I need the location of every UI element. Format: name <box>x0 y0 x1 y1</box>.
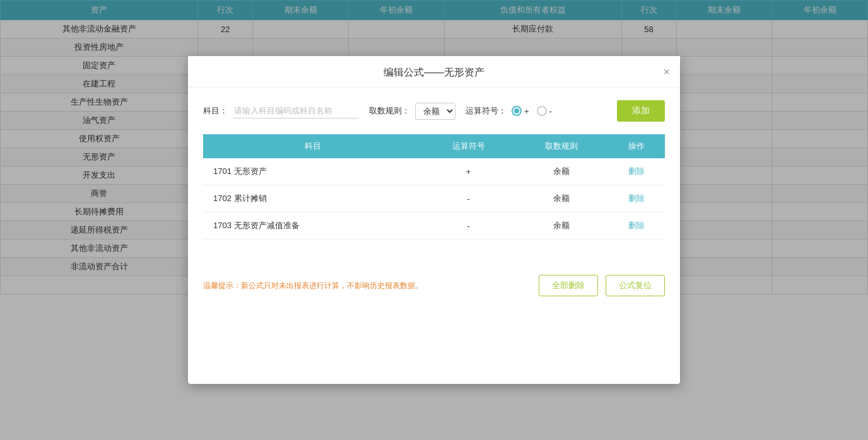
delete-all-button[interactable]: 全部删除 <box>539 275 598 296</box>
rule-select[interactable]: 余额 <box>415 103 455 120</box>
table-row: 1702 累计摊销-余额删除 <box>203 185 665 212</box>
subject-input[interactable] <box>233 103 359 119</box>
reset-button[interactable]: 公式复位 <box>606 275 665 296</box>
radio-minus-circle <box>537 106 547 116</box>
subject-label: 科目： <box>203 105 228 117</box>
radio-plus[interactable]: + <box>512 106 529 116</box>
table-row: 1703 无形资产减值准备-余额删除 <box>203 212 665 240</box>
delete-link[interactable]: 删除 <box>628 166 645 176</box>
subject-group: 科目： <box>203 103 359 119</box>
add-button[interactable]: 添加 <box>617 100 665 122</box>
close-icon[interactable]: × <box>663 66 670 78</box>
radio-minus[interactable]: - <box>537 106 552 116</box>
modal-body: 科目： 取数规则： 余额 运算符号： <box>188 88 680 252</box>
operator-cell: - <box>422 212 515 240</box>
rule-cell: 余额 <box>515 158 607 185</box>
table-row: 1701 无形资产+余额删除 <box>203 158 665 185</box>
action-cell: 删除 <box>607 185 665 212</box>
data-table: 科目 运算符号 取数规则 操作 1701 无形资产+余额删除1702 累计摊销-… <box>203 134 665 240</box>
rule-label: 取数规则： <box>369 105 410 117</box>
rule-select-wrap: 余额 <box>415 103 455 120</box>
action-cell: 删除 <box>607 212 665 240</box>
col-operator: 运算符号 <box>422 134 515 158</box>
subject-cell: 1702 累计摊销 <box>203 185 422 212</box>
modal-overlay: 编辑公式——无形资产 × 科目： 取数规则： 余额 <box>0 0 868 440</box>
operator-cell: - <box>422 185 515 212</box>
col-action: 操作 <box>607 134 665 158</box>
radio-plus-label: + <box>524 107 529 116</box>
delete-link[interactable]: 删除 <box>628 194 645 203</box>
modal-title: 编辑公式——无形资产 <box>384 67 484 78</box>
radio-minus-label: - <box>549 107 552 116</box>
modal-dialog: 编辑公式——无形资产 × 科目： 取数规则： 余额 <box>188 56 680 384</box>
table-header-row: 科目 运算符号 取数规则 操作 <box>203 134 665 158</box>
footer-buttons: 全部删除 公式复位 <box>539 275 665 296</box>
rule-group: 取数规则： 余额 <box>369 103 455 120</box>
action-cell: 删除 <box>607 158 665 185</box>
operator-cell: + <box>422 158 515 185</box>
delete-link[interactable]: 删除 <box>628 221 645 230</box>
footer-tip-text: 温馨提示：新公式只对未出报表进行计算，不影响历史报表数据。 <box>203 281 423 290</box>
radio-plus-circle <box>512 106 522 116</box>
col-rule: 取数规则 <box>515 134 607 158</box>
radio-group: + - <box>512 106 552 116</box>
col-subject: 科目 <box>203 134 422 158</box>
rule-cell: 余额 <box>515 185 607 212</box>
modal-header: 编辑公式——无形资产 × <box>188 56 680 88</box>
modal-footer: 温馨提示：新公式只对未出报表进行计算，不影响历史报表数据。 全部删除 公式复位 <box>188 265 680 306</box>
footer-tip: 温馨提示：新公式只对未出报表进行计算，不影响历史报表数据。 <box>203 281 423 291</box>
subject-cell: 1703 无形资产减值准备 <box>203 212 422 240</box>
operator-label: 运算符号： <box>466 105 507 117</box>
operator-group: 运算符号： + - <box>466 105 552 117</box>
form-row: 科目： 取数规则： 余额 运算符号： <box>203 100 665 122</box>
rule-cell: 余额 <box>515 212 607 240</box>
subject-cell: 1701 无形资产 <box>203 158 422 185</box>
